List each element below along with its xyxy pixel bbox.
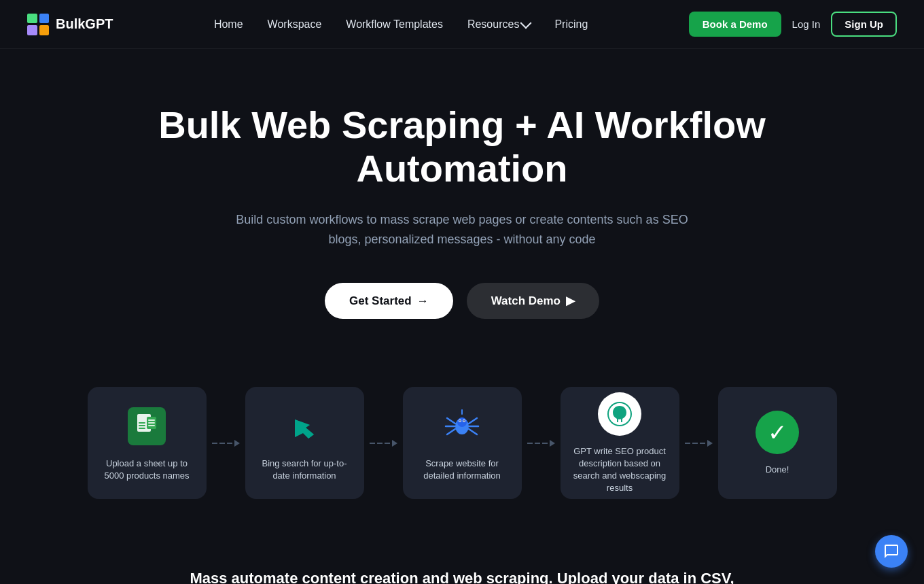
nav-item-workflow-templates[interactable]: Workflow Templates <box>346 18 443 31</box>
play-icon: ▶ <box>566 294 575 308</box>
svg-rect-7 <box>139 425 145 426</box>
nav-links: Home Workspace Workflow Templates Resour… <box>214 18 588 31</box>
book-demo-button[interactable]: Book a Demo <box>689 12 781 37</box>
get-started-button[interactable]: Get Started → <box>325 283 453 319</box>
svg-rect-8 <box>139 428 145 429</box>
dashed-arrow-3-icon <box>527 440 555 447</box>
svg-line-20 <box>469 429 477 434</box>
openai-icon <box>598 392 641 436</box>
arrow-right-icon: → <box>417 294 429 308</box>
hero-section: Bulk Web Scraping + AI Workflow Automati… <box>0 49 924 387</box>
login-button[interactable]: Log In <box>792 18 821 30</box>
dashed-arrow-4-icon <box>685 440 713 447</box>
logo[interactable]: BulkGPT <box>27 14 113 35</box>
checkmark-symbol: ✓ <box>768 421 787 444</box>
nav-item-workspace[interactable]: Workspace <box>268 18 322 31</box>
hero-title: Bulk Web Scraping + AI Workflow Automati… <box>156 103 768 191</box>
bottom-cta-section: Mass automate content creation and web s… <box>0 540 924 584</box>
nav-actions: Book a Demo Log In Sign Up <box>689 12 897 37</box>
svg-rect-4 <box>148 422 155 424</box>
navbar: BulkGPT Home Workspace Workflow Template… <box>0 0 924 49</box>
chat-bubble-button[interactable] <box>875 535 908 568</box>
svg-line-15 <box>447 418 455 424</box>
step-arrow-4 <box>685 440 713 447</box>
done-checkmark-icon: ✓ <box>756 411 799 454</box>
nav-link-home[interactable]: Home <box>214 18 243 30</box>
svg-rect-5 <box>148 425 155 426</box>
nav-item-pricing[interactable]: Pricing <box>554 18 588 31</box>
step-arrow-3 <box>527 440 555 447</box>
svg-rect-3 <box>148 419 155 421</box>
step-done: ✓ Done! <box>718 387 837 499</box>
chat-bubble-icon <box>883 543 900 560</box>
bottom-cta-text: Mass automate content creation and web s… <box>177 567 747 584</box>
svg-line-17 <box>447 429 455 434</box>
svg-rect-6 <box>139 422 145 424</box>
logo-icon <box>27 14 49 35</box>
logo-text: BulkGPT <box>56 16 113 32</box>
step-gpt-label: GPT write SEO product description based … <box>570 445 670 495</box>
step-upload-sheet: Upload a sheet up to 5000 products names <box>88 387 207 499</box>
step-bing-search: Bing search for up-to-date information <box>245 387 364 499</box>
svg-point-10 <box>457 417 467 427</box>
dashed-arrow-icon <box>212 440 240 447</box>
nav-item-home[interactable]: Home <box>214 18 243 31</box>
step-scrape-label: Scrape website for detailed information <box>412 458 512 482</box>
step-done-label: Done! <box>766 464 789 476</box>
nav-link-workflow-templates[interactable]: Workflow Templates <box>346 18 443 30</box>
step-gpt-write: GPT write SEO product description based … <box>561 387 679 499</box>
hero-subtitle: Build custom workflows to mass scrape we… <box>231 210 693 250</box>
svg-point-14 <box>463 420 465 422</box>
google-sheets-icon <box>125 405 168 448</box>
hero-buttons: Get Started → Watch Demo ▶ <box>27 283 897 319</box>
watch-demo-button[interactable]: Watch Demo ▶ <box>467 283 599 319</box>
dashed-arrow-2-icon <box>370 440 397 447</box>
svg-line-18 <box>469 418 477 424</box>
nav-link-pricing[interactable]: Pricing <box>554 18 588 30</box>
step-scrape-website: Scrape website for detailed information <box>403 387 522 499</box>
step-bing-label: Bing search for up-to-date information <box>255 458 355 482</box>
svg-point-13 <box>459 420 461 422</box>
step-arrow-2 <box>370 440 397 447</box>
nav-link-workspace[interactable]: Workspace <box>268 18 322 30</box>
nav-link-resources[interactable]: Resources <box>467 18 530 31</box>
nav-item-resources[interactable]: Resources <box>467 18 530 31</box>
step-upload-sheet-label: Upload a sheet up to 5000 products names <box>97 458 197 482</box>
signup-button[interactable]: Sign Up <box>831 12 897 37</box>
chevron-down-icon <box>520 17 532 29</box>
workflow-steps: Upload a sheet up to 5000 products names… <box>0 387 924 540</box>
spider-icon <box>440 405 484 448</box>
bing-icon <box>283 405 326 448</box>
step-arrow-1 <box>212 440 240 447</box>
